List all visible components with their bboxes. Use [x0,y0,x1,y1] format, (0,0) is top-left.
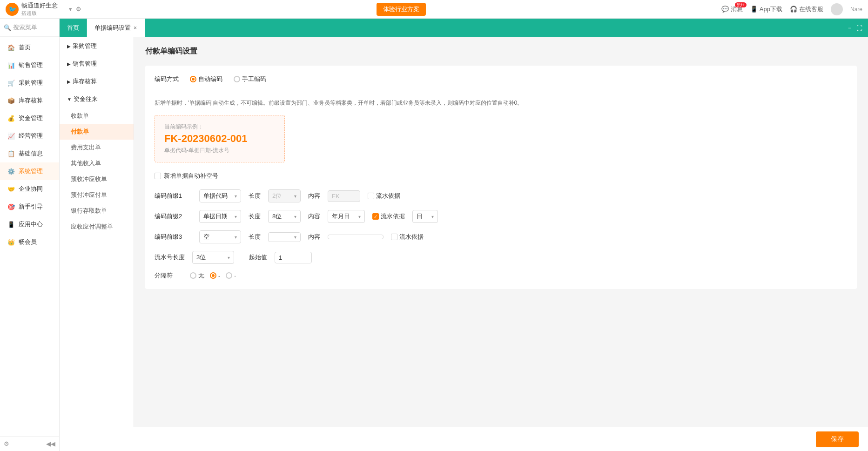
member-icon: 👑 [7,238,15,246]
prefix3-content-label: 内容 [308,233,320,241]
user-avatar[interactable] [831,3,843,15]
sidebar-item-enterprise[interactable]: 🤝 企业协同 [0,180,59,198]
sub-item-expense[interactable]: 费用支出单 [60,140,134,155]
prefix3-serial-box[interactable] [391,234,397,240]
sidebar-label-system: 系统管理 [19,167,43,175]
message-badge: 99+ [735,2,747,7]
sidebar-item-home[interactable]: 🏠 首页 [0,39,59,56]
prefix3-value: 空 [203,233,209,241]
phone-icon: 📱 [750,6,758,13]
sub-group-purchase-title[interactable]: ▶ 采购管理 [60,37,134,55]
separator-label: 分隔符 [155,271,182,280]
app-download-item[interactable]: 📱 App下载 [750,5,782,13]
sub-group-finance-title[interactable]: ▼ 资金往来 [60,90,134,108]
prefix2-length-select[interactable]: 8位 ▾ [268,210,301,223]
collapse-icon[interactable]: ◀◀ [46,440,55,447]
sidebar-item-finance[interactable]: 💰 资金管理 [0,109,59,127]
auto-encoding-radio[interactable] [190,76,196,82]
online-service-item[interactable]: 🎧 在线客服 [790,5,823,13]
experience-button[interactable]: 体验行业方案 [377,3,426,16]
prefix2-serial-label: 流水依据 [381,212,405,221]
chevron-right-icon: ▶ [67,44,71,49]
auto-fill-checkbox-box[interactable] [155,173,161,179]
prefix2-content-select[interactable]: 年月日 ▾ [328,210,365,223]
sidebar-bottom: ⚙ ◀◀ [0,436,59,451]
tab-encoding-settings[interactable]: 单据编码设置 × [87,19,145,37]
sidebar-item-inventory[interactable]: 📦 库存核算 [0,92,59,109]
tab-maximize-icon[interactable]: ⛶ [856,25,862,32]
sub-item-receipt[interactable]: 收款单 [60,108,134,124]
sidebar-item-app[interactable]: 📱 应用中心 [0,215,59,233]
sidebar-item-basic[interactable]: 📋 基础信息 [0,145,59,162]
prefix3-length-arrow: ▾ [294,235,296,240]
serial-length-select[interactable]: 3位 ▾ [192,251,234,264]
manual-encoding-radio[interactable] [234,76,240,82]
manual-encoding-option[interactable]: 手工编码 [234,75,266,83]
tab-home[interactable]: 首页 [60,19,87,37]
sub-item-payment[interactable]: 付款单 [60,124,134,140]
sidebar-item-member[interactable]: 👑 畅会员 [0,233,59,251]
prefix2-serial-unit-select[interactable]: 日 ▾ [412,210,438,223]
sub-sidebar: ▶ 采购管理 ▶ 销售管理 ▶ 库存核算 [60,37,134,427]
prefix1-select[interactable]: 单据代码 ▾ [199,189,241,202]
prefix2-label: 编码前缀2 [155,212,192,221]
manual-encoding-label: 手工编码 [242,75,266,83]
page-title: 付款单编码设置 [145,47,857,56]
separator-none[interactable]: 无 [190,271,204,280]
separator-none-radio[interactable] [190,272,196,279]
content-area: ▶ 采购管理 ▶ 销售管理 ▶ 库存核算 [60,37,868,427]
prefix3-dropdown-arrow: ▾ [235,235,237,240]
prefix3-select[interactable]: 空 ▾ [199,230,241,243]
separator-dash[interactable]: - [210,272,220,279]
sub-item-other-income[interactable]: 其他收入单 [60,155,134,171]
prefix1-content-value: FK [332,193,340,200]
prefix2-select[interactable]: 单据日期 ▾ [199,210,241,223]
prefix3-serial-checkbox[interactable]: 流水依据 [391,233,424,241]
encoding-type-row: 编码方式 自动编码 手工编码 [155,75,848,91]
prefix3-row: 编码前缀3 空 ▾ 长度 ▾ 内容 [155,230,848,243]
prefix2-serial-box[interactable]: ✓ [372,213,379,220]
sub-item-prepay-receivable[interactable]: 预收冲应收单 [60,171,134,187]
sidebar-item-system[interactable]: ⚙️ 系统管理 [0,162,59,180]
separator-row: 分隔符 无 - · [155,271,848,280]
separator-dot[interactable]: · [226,272,236,279]
tab-minimize-icon[interactable]: － [847,24,853,32]
nav-dropdown[interactable]: ▾ [69,6,72,13]
search-menu[interactable]: 🔍 搜索菜单 [0,19,59,37]
sidebar-nav: 🏠 首页 📊 销售管理 🛒 采购管理 📦 库存核算 💰 资金管理 📈 经 [0,37,59,436]
auto-fill-label: 新增单据自动补空号 [164,172,218,180]
sidebar-item-sales[interactable]: 📊 销售管理 [0,56,59,74]
brand-icon: 🐦 [6,3,19,16]
settings-icon[interactable]: ⚙ [76,6,81,13]
prefix2-serial-checkbox[interactable]: ✓ 流水依据 [372,212,405,221]
sub-item-adjust[interactable]: 应收应付调整单 [60,219,134,235]
serial-start-input[interactable]: 1 [275,252,312,263]
sub-group-inventory-title[interactable]: ▶ 库存核算 [60,73,134,90]
sub-item-prepay-payable[interactable]: 预付冲应付单 [60,187,134,203]
purchase-icon: 🛒 [7,79,15,87]
tab-close-icon[interactable]: × [134,25,137,31]
sidebar-item-purchase[interactable]: 🛒 采购管理 [0,74,59,92]
sub-item-bank-deposit[interactable]: 银行存取款单 [60,203,134,219]
auto-fill-checkbox[interactable]: 新增单据自动补空号 [155,172,218,180]
sub-group-sales-title[interactable]: ▶ 销售管理 [60,55,134,73]
serial-start-label: 起始值 [249,253,267,262]
sidebar-item-guide[interactable]: 🎯 新手引导 [0,198,59,215]
prefix1-content-label: 内容 [308,192,320,200]
settings-bottom-icon[interactable]: ⚙ [4,440,9,447]
prefix3-length-select[interactable]: ▾ [268,232,301,242]
top-bar-actions: 体验行业方案 [377,3,426,16]
save-button[interactable]: 保存 [816,431,859,447]
sidebar-item-operation[interactable]: 📈 经营管理 [0,127,59,145]
prefix2-length-value: 8位 [272,212,282,221]
prefix1-serial-box[interactable] [368,193,374,199]
separator-dash-radio[interactable] [210,272,216,279]
separator-dash-label: - [218,272,220,279]
separator-dot-radio[interactable] [226,272,232,279]
sidebar-label-sales: 销售管理 [19,61,43,69]
prefix2-unit-arrow: ▾ [431,214,434,219]
auto-encoding-option[interactable]: 自动编码 [190,75,222,83]
message-item[interactable]: 💬 消息 99+ [721,5,743,13]
prefix3-content-input[interactable] [328,235,384,239]
prefix1-serial-checkbox[interactable]: 流水依据 [368,192,400,200]
